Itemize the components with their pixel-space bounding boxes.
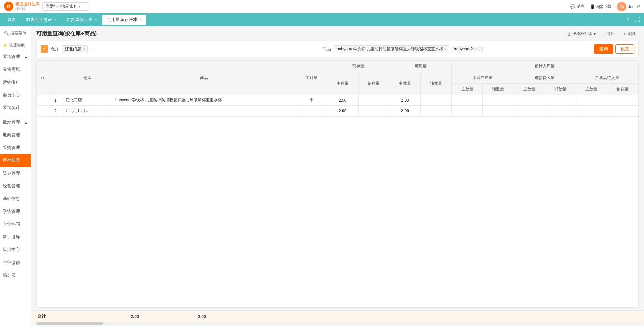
tab-home[interactable]: 首页 bbox=[3, 15, 21, 25]
sidebar-label: 会员中心 bbox=[3, 92, 20, 98]
th-finished-product: 产成品待入量 bbox=[576, 72, 638, 84]
chevron-icon: ▲ bbox=[24, 55, 28, 59]
th-product: 商品 bbox=[112, 61, 296, 95]
expand-window-button[interactable]: ⛶ bbox=[633, 15, 641, 24]
sidebar-item-零售商城[interactable]: 零售商城 bbox=[0, 63, 31, 76]
top-bar-right: 💬 消息 📱 App下载 Ea demo2 bbox=[570, 2, 640, 11]
expand-icon: » bbox=[43, 46, 46, 52]
sidebar-item-经营管理[interactable]: 经营管理 bbox=[0, 180, 31, 192]
cell-warehouse: 江北门店 bbox=[62, 95, 112, 106]
product-tag-close-2[interactable]: × bbox=[477, 47, 479, 51]
sidebar-item-电商管理[interactable]: 电商管理 bbox=[0, 129, 31, 141]
tab-close-icon[interactable]: × bbox=[140, 18, 142, 22]
sidebar-label: 企业微信 bbox=[3, 260, 20, 266]
sidebar-label: 零售管理 bbox=[3, 54, 20, 60]
logo-area: 好 畅捷通好生意 标准版 bbox=[4, 2, 40, 11]
cell-inc-aux bbox=[545, 95, 576, 106]
sidebar-item-应用中心[interactable]: 应用中心 bbox=[0, 243, 31, 256]
tab-要货单统计表[interactable]: 要货单统计表 × bbox=[62, 15, 101, 25]
sidebar-item-企业协同[interactable]: 企业协同 bbox=[0, 218, 31, 231]
query-button[interactable]: 查询 bbox=[594, 44, 613, 54]
sidebar-item-会员中心[interactable]: 会员中心 bbox=[0, 89, 31, 101]
footer-avail-main: 2.00 bbox=[182, 314, 222, 319]
cell-stock-aux bbox=[358, 95, 389, 106]
close-all-tabs-button[interactable]: × bbox=[625, 15, 631, 24]
sidebar-item-零售管理[interactable]: 零售管理 ▲ bbox=[0, 50, 31, 63]
sidebar-item-quick-nav[interactable]: ⚡ 快捷导航 bbox=[0, 40, 31, 50]
th-pur-aux: 辅数量 bbox=[483, 84, 514, 95]
sidebar-item-采购管理[interactable]: 采购管理 bbox=[0, 141, 31, 154]
message-icon: 💬 bbox=[570, 4, 575, 9]
sidebar-item-系统管理[interactable]: 系统管理 bbox=[0, 205, 31, 218]
search-menu-button[interactable]: 🔍 搜索菜单 bbox=[3, 29, 28, 37]
cell-avail-main: 2.00 bbox=[389, 95, 421, 106]
avatar: Ea bbox=[617, 2, 626, 11]
message-button[interactable]: 💬 消息 bbox=[570, 4, 585, 9]
content-area: 可用量查询(按仓库+商品) 🖨 按模板打印 ▾ ↓ 导出 ↻ 刷新 bbox=[31, 26, 644, 326]
app-icon: 📱 bbox=[590, 4, 595, 9]
scrollbar-thumb[interactable] bbox=[36, 322, 103, 325]
cell-avail-aux bbox=[421, 95, 452, 106]
sidebar-item-畅会员[interactable]: 畅会员 bbox=[0, 269, 31, 282]
quick-nav-icon: ⚡ bbox=[3, 43, 8, 48]
sidebar-label: 零售统计 bbox=[3, 105, 20, 111]
user-area[interactable]: Ea demo2 bbox=[617, 2, 640, 11]
tab-收发存汇总表[interactable]: 收发存汇总表 × bbox=[21, 15, 61, 25]
store-selector[interactable]: 母婴行业演示账套 ▾ bbox=[42, 2, 89, 11]
tab-可用量库存账本[interactable]: 可用量库存账本 × bbox=[102, 15, 146, 25]
sidebar-item-零售统计[interactable]: 零售统计 bbox=[0, 101, 31, 114]
product-tag-close-1[interactable]: × bbox=[444, 47, 446, 51]
top-bar-left: 好 畅捷通好生意 标准版 母婴行业演示账套 ▾ bbox=[4, 2, 89, 11]
cell-stock-aux bbox=[358, 106, 389, 117]
sidebar-item-批发管理[interactable]: 批发管理 ▲ bbox=[0, 116, 31, 129]
print-button[interactable]: 🖨 按模板打印 ▾ bbox=[564, 30, 598, 38]
sidebar-label: 系统管理 bbox=[3, 208, 20, 215]
th-inc-aux: 辅数量 bbox=[545, 84, 576, 95]
th-purchase-transit: 采购在途量 bbox=[451, 72, 514, 84]
sidebar-label: 库存核算 bbox=[3, 157, 20, 164]
sidebar-item-基础信息[interactable]: 基础信息 bbox=[0, 192, 31, 205]
setting-button[interactable]: 设置 bbox=[615, 44, 634, 54]
message-label: 消息 bbox=[577, 4, 585, 9]
horizontal-scrollbar[interactable] bbox=[36, 322, 639, 325]
warehouse-tag-text: 江北门店 bbox=[65, 46, 81, 52]
table-row: 2 江北门店【... 2.00 2.00 bbox=[37, 106, 638, 117]
cell-inc-aux bbox=[545, 106, 576, 117]
tab-close-icon[interactable]: × bbox=[95, 18, 97, 22]
cell-pur-aux bbox=[483, 106, 514, 117]
warehouse-more[interactable]: ... bbox=[89, 47, 92, 51]
product-tag-text-1: babycare学饮杯 儿童防摔防撞吸管杯重力球吸嘴杯宝宝水杯 bbox=[337, 46, 443, 52]
sidebar-search-area: 🔍 搜索菜单 bbox=[0, 26, 31, 40]
refresh-button[interactable]: ↻ 刷新 bbox=[621, 30, 639, 38]
chevron-down-icon: ▾ bbox=[79, 5, 80, 8]
sidebar-label: 经营管理 bbox=[3, 183, 20, 189]
sidebar-item-营销推广[interactable]: 营销推广 bbox=[0, 76, 31, 89]
app-download-button[interactable]: 📱 App下载 bbox=[590, 4, 611, 9]
store-name: 母婴行业演示账套 bbox=[45, 4, 77, 9]
sidebar-label: 新手引导 bbox=[3, 234, 20, 240]
sidebar-item-新手引导[interactable]: 新手引导 bbox=[0, 231, 31, 243]
filter-expand-button[interactable]: » bbox=[41, 45, 48, 53]
filter-bar: » 仓库 江北门店 × ... 商品 babycare学饮杯 儿童防摔防撞吸管杯… bbox=[36, 41, 639, 57]
product-label: 商品 bbox=[322, 46, 331, 52]
page-actions: 🖨 按模板打印 ▾ ↓ 导出 ↻ 刷新 bbox=[564, 30, 639, 38]
sidebar-item-企业微信[interactable]: 企业微信 bbox=[0, 256, 31, 269]
sidebar-item-库存核算[interactable]: 库存核算 bbox=[0, 154, 31, 167]
warehouse-tag-close[interactable]: × bbox=[83, 47, 85, 51]
sidebar-divider bbox=[0, 115, 31, 115]
th-inc-main: 主数量 bbox=[514, 84, 545, 95]
export-button[interactable]: ↓ 导出 bbox=[601, 30, 618, 38]
cell-settings bbox=[37, 106, 49, 117]
th-settings[interactable]: ⚙ bbox=[37, 61, 49, 95]
home-label: 首页 bbox=[7, 17, 16, 22]
tab-close-icon[interactable]: × bbox=[54, 18, 56, 22]
main-layout: 🔍 搜索菜单 ⚡ 快捷导航 零售管理 ▲ 零售商城 营销推广 会员中心 零售统计… bbox=[0, 26, 644, 326]
cell-pur-main bbox=[451, 95, 483, 106]
cell-fin-aux bbox=[607, 106, 638, 117]
th-stock-main: 主数量 bbox=[327, 72, 358, 95]
sidebar-label: 电商管理 bbox=[3, 132, 20, 138]
th-stock-aux: 辅数量 bbox=[358, 72, 389, 95]
logo-text: 畅捷通好生意 bbox=[15, 2, 40, 6]
product-tag-text-2: babycare?... bbox=[454, 47, 476, 51]
sidebar-item-资金管理[interactable]: 资金管理 bbox=[0, 167, 31, 180]
